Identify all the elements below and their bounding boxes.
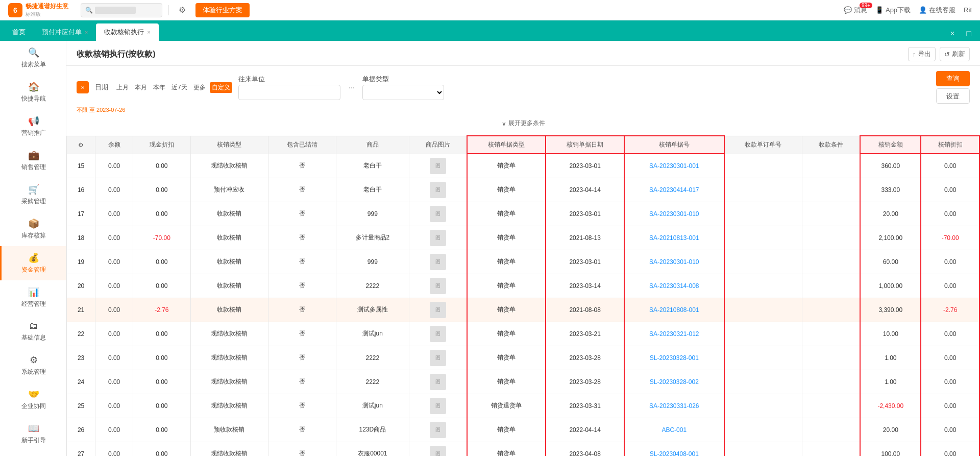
top-bar-right: 💬 消息 99+ 📱 App下载 👤 在线客服 Rit <box>844 6 972 15</box>
date-more[interactable]: 更多 <box>191 82 208 93</box>
top-search[interactable]: 🔍 <box>81 3 162 17</box>
doc-no-link[interactable]: SA-20230314-008 <box>649 282 699 290</box>
cell-condition <box>802 370 861 394</box>
doc-no-link[interactable]: SA-20230321-012 <box>649 330 699 338</box>
doc-no-link[interactable]: SL-20230408-001 <box>650 450 699 457</box>
table-row: 17 0.00 0.00 收款核销 否 999 图 销货单 2023-03-01… <box>67 202 980 226</box>
col-setting[interactable]: ⚙ <box>67 136 95 154</box>
sidebar-item-capital[interactable]: 💰 资金管理 <box>0 246 66 280</box>
sidebar-item-operation[interactable]: 📊 经营管理 <box>0 280 66 315</box>
doc-no-link[interactable]: SL-20230328-002 <box>650 378 699 386</box>
cell-discount: 0.00 <box>133 250 190 274</box>
doc-no-link[interactable]: SA-20210813-001 <box>649 234 699 242</box>
app-download-button[interactable]: 📱 App下载 <box>875 6 911 15</box>
filter-row: » 日期 上月 本月 本年 近7天 更多 自定义 往来单位 ··· 单据类型 <box>77 71 970 104</box>
nav-tab-actions: × □ <box>945 27 976 41</box>
cell-doc-date: 2023-03-01 <box>546 202 624 226</box>
export-label: 导出 <box>918 50 931 59</box>
cell-id: 15 <box>67 154 95 178</box>
col-writeoff-discount: 核销折扣 <box>921 136 979 154</box>
industry-solution-button[interactable]: 体验行业方案 <box>195 3 250 17</box>
online-service-button[interactable]: 👤 在线客服 <box>919 6 955 15</box>
from-unit-input[interactable] <box>238 85 340 100</box>
col-doc-date: 核销单据日期 <box>546 136 624 154</box>
export-button[interactable]: ↑ 导出 <box>908 47 936 61</box>
expand-filter-button[interactable]: » <box>77 81 89 93</box>
cell-writeoff-discount: 0.00 <box>921 394 979 418</box>
cell-amount: 20.00 <box>860 202 921 226</box>
tab-prepay-close[interactable]: × <box>85 29 88 35</box>
sidebar-item-enterprise[interactable]: 🤝 企业协同 <box>0 382 66 417</box>
doc-no-link[interactable]: SL-20230328-001 <box>650 354 699 362</box>
cell-condition <box>802 418 861 442</box>
enterprise-icon: 🤝 <box>28 389 39 400</box>
gear-button[interactable]: ⚙ <box>175 3 189 17</box>
content-area: 收款核销执行(按收款) ↑ 导出 ↺ 刷新 » 日期 上月 本月 <box>66 41 980 456</box>
cell-condition <box>802 178 861 202</box>
cell-doc-date: 2023-04-14 <box>546 178 624 202</box>
more-options-button[interactable]: ··· <box>347 83 357 91</box>
sidebar-item-inventory-label: 库存核算 <box>21 231 46 240</box>
cell-amount: 360.00 <box>860 154 921 178</box>
sidebar-item-guide[interactable]: 📖 新手引导 <box>0 417 66 451</box>
sidebar-item-purchase[interactable]: 🛒 采购管理 <box>0 178 66 212</box>
maximize-window-button[interactable]: □ <box>962 27 976 41</box>
cell-condition <box>802 202 861 226</box>
app-icon: 📱 <box>875 6 884 14</box>
doc-no-link[interactable]: SA-20230301-010 <box>649 210 699 218</box>
doc-no-link[interactable]: SA-20210808-001 <box>649 306 699 314</box>
cell-type: 现结收款核销 <box>190 346 268 370</box>
doc-no-link[interactable]: SA-20230301-010 <box>649 258 699 266</box>
cell-order-no <box>724 202 802 226</box>
sidebar-item-quick[interactable]: 🏠 快捷导航 <box>0 75 66 109</box>
date-last-month[interactable]: 上月 <box>114 82 131 93</box>
settings-button[interactable]: 设置 <box>936 88 970 104</box>
doc-no-link[interactable]: ABC-001 <box>662 426 687 434</box>
date-this-year[interactable]: 本年 <box>151 82 167 93</box>
col-goods: 商品 <box>336 136 409 154</box>
message-button[interactable]: 💬 消息 99+ <box>844 6 867 15</box>
doc-no-link[interactable]: SA-20230301-001 <box>649 162 699 170</box>
tab-home[interactable]: 首页 <box>4 23 34 41</box>
cell-type: 现结收款核销 <box>190 154 268 178</box>
expand-more-conditions[interactable]: ∨ 展开更多条件 <box>77 117 970 130</box>
sidebar-item-sales[interactable]: 💼 销售管理 <box>0 143 66 178</box>
tab-writeoff[interactable]: 收款核销执行 × <box>96 23 158 41</box>
date-custom[interactable]: 自定义 <box>210 82 232 93</box>
cell-balance: 0.00 <box>95 298 133 322</box>
sidebar-item-basic[interactable]: 🗂 基础信息 <box>0 315 66 348</box>
cell-amount: 1,000.00 <box>860 274 921 298</box>
tab-prepay[interactable]: 预付冲应付单 × <box>34 23 96 41</box>
logo-icon: 6 <box>8 3 22 17</box>
query-button[interactable]: 查询 <box>936 71 970 86</box>
cell-balance: 0.00 <box>95 226 133 250</box>
date-7days[interactable]: 近7天 <box>169 82 189 93</box>
doc-no-link[interactable]: SA-20230331-026 <box>649 402 699 410</box>
cell-doc-date: 2023-04-08 <box>546 442 624 456</box>
user-name[interactable]: Rit <box>964 6 972 14</box>
doc-type-filter: 单据类型 <box>362 75 475 100</box>
cell-goods: 多计量商品2 <box>336 226 409 250</box>
cell-condition <box>802 346 861 370</box>
cell-condition <box>802 250 861 274</box>
sidebar-item-inventory[interactable]: 📦 库存核算 <box>0 212 66 246</box>
sidebar-item-operation-label: 经营管理 <box>21 300 46 308</box>
sidebar-item-system[interactable]: ⚙ 系统管理 <box>0 348 66 382</box>
cell-doc-no: SA-20230301-010 <box>624 250 724 274</box>
refresh-button[interactable]: ↺ 刷新 <box>940 47 970 61</box>
doc-type-select[interactable] <box>362 85 444 100</box>
inventory-icon: 📦 <box>28 218 39 229</box>
cell-order-no <box>724 394 802 418</box>
date-this-month[interactable]: 本月 <box>133 82 149 93</box>
close-window-button[interactable]: × <box>945 27 960 41</box>
cell-doc-date: 2023-03-31 <box>546 394 624 418</box>
table-body: 15 0.00 0.00 现结收款核销 否 老白干 图 销货单 2023-03-… <box>67 154 980 456</box>
cell-writeoff-discount: 0.00 <box>921 178 979 202</box>
cell-settled: 否 <box>268 298 336 322</box>
sidebar-item-marketing[interactable]: 📢 营销推广 <box>0 109 66 143</box>
doc-no-link[interactable]: SA-20230414-017 <box>649 186 699 194</box>
sidebar-item-search[interactable]: 🔍 搜索菜单 <box>0 41 66 75</box>
tab-writeoff-close[interactable]: × <box>147 29 150 35</box>
sidebar-item-hardware[interactable]: 🖥 智能硬件 <box>0 451 66 456</box>
cell-doc-no: ABC-001 <box>624 418 724 442</box>
